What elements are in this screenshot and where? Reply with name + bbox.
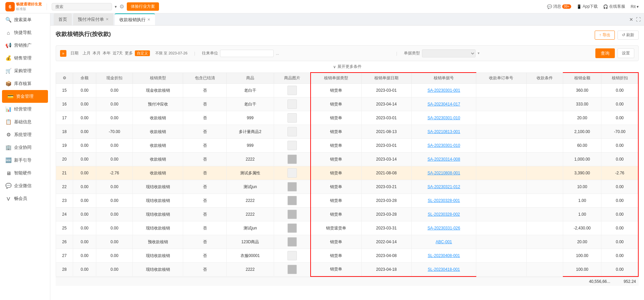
expand-more-bar[interactable]: ∨ 展开更多条件 [56, 64, 639, 70]
sidebar-item-search[interactable]: 🔍搜索菜单 [0, 13, 50, 26]
close-window-icon[interactable]: ✕ [629, 17, 633, 22]
sidebar-item-company[interactable]: 🏢企业协同 [0, 141, 50, 154]
receipt_order_no-cell [476, 125, 526, 139]
gear-cell: 22 [56, 180, 73, 194]
logo: 6 畅捷通谱好生意 标准版 [5, 2, 42, 11]
tab-home[interactable]: 首页 [54, 13, 72, 25]
balance-cell: 0.00 [73, 194, 96, 208]
bill-type-dropdown[interactable]: ▾ [478, 51, 480, 55]
sidebar-item-purchase[interactable]: 🛒采购管理 [0, 65, 50, 77]
top-search-input[interactable] [52, 3, 112, 10]
col-header-goods: 商品 [226, 73, 274, 84]
cash_discount-cell: 0.00 [96, 153, 133, 166]
cancel_bill_no-cell: SA-20230301-010 [412, 139, 476, 153]
sidebar-item-wechat[interactable]: 💬企业微信 [0, 179, 50, 192]
sidebar-item-guide[interactable]: 🆕新手引导 [0, 154, 50, 167]
sidebar-item-marketing[interactable]: 📢营销推广 [0, 39, 50, 52]
sidebar-item-operation[interactable]: 📊经营管理 [0, 103, 50, 116]
sidebar-item-system[interactable]: ⚙系统管理 [0, 128, 50, 141]
tab-prepay-label: 预付冲应付单 [78, 16, 104, 23]
cancel_type-cell: 现结收款核销 [133, 263, 183, 276]
tab-prepay[interactable]: 预付冲应付单 ✕ [73, 13, 113, 25]
cancel_bill_type-cell: 销货单 [311, 194, 361, 208]
table-row: 270.000.00现结收款核销否衣服00001销货单2023-04-08SL-… [56, 249, 639, 263]
cancel-bill-no-link[interactable]: SA-20230321-012 [427, 184, 460, 189]
filter-dots[interactable]: ... [276, 51, 279, 56]
goods-cell: 测试jun [226, 180, 274, 194]
date-option-7days[interactable]: 近7天 [113, 50, 123, 56]
cancel-bill-no-link[interactable]: SA-20230414-017 [427, 102, 460, 106]
col-header-gear[interactable]: ⚙ [56, 73, 73, 84]
cancel-bill-no-link[interactable]: SA-20230301-010 [427, 143, 460, 148]
goods-cell: 老白干 [226, 84, 274, 97]
filter-date-range: 不限 至 2023-07-26 [155, 51, 187, 56]
balance-cell: 0.00 [73, 139, 96, 153]
sales-icon: 💰 [5, 55, 11, 61]
goods_img-cell [274, 208, 311, 221]
user-item[interactable]: Rit ▾ [631, 4, 639, 9]
cancel-bill-no-link[interactable]: SA-20210813-001 [427, 129, 460, 134]
gear-cell: 26 [56, 235, 73, 249]
export-button[interactable]: ↑ 导出 [595, 31, 614, 40]
date-option-more[interactable]: 更多 [125, 50, 133, 56]
receipt_cond-cell [526, 208, 563, 221]
cancel-bill-no-link[interactable]: SA-20230301-001 [427, 88, 460, 93]
cancel-bill-no-link[interactable]: SA-20210808-001 [427, 171, 460, 175]
refresh-button[interactable]: ↺ 刷新 [618, 31, 639, 40]
date-option-last-month[interactable]: 上月 [83, 50, 91, 56]
search-icon: 🔍 [5, 17, 11, 23]
tab-receipt[interactable]: 收款核销执行 ✕ [115, 13, 155, 25]
tab-prepay-close[interactable]: ✕ [106, 17, 109, 22]
sidebar-item-basic[interactable]: 📋基础信息 [0, 116, 50, 128]
cancel_bill_no-cell: SL-20230328-002 [412, 208, 476, 221]
sidebar-item-hardware[interactable]: 🖥智能硬件 [0, 167, 50, 179]
date-option-this-month[interactable]: 本月 [93, 50, 101, 56]
cancel-bill-no-link[interactable]: SL-20230408-001 [428, 253, 460, 258]
table-row: 220.000.00现结收款核销否测试jun销货单2023-03-21SA-20… [56, 180, 639, 194]
goods_img-cell [274, 139, 311, 153]
app-download-item[interactable]: 📱 App下载 [577, 4, 598, 9]
cancel-bill-no-link[interactable]: SL-20230328-001 [428, 198, 460, 203]
cancel-bill-no-link[interactable]: SA-20230331-026 [427, 226, 460, 230]
date-custom-btn[interactable]: 自定义 [135, 50, 150, 56]
cancel-bill-no-link[interactable]: SA-20230314-008 [427, 157, 460, 162]
sidebar-item-inventory[interactable]: 📦库存核算 [0, 77, 50, 90]
cash_discount-cell: 0.00 [96, 194, 133, 208]
cash_discount-cell: -2.76 [96, 166, 133, 180]
cash_discount-cell: 0.00 [96, 84, 133, 97]
cancel_bill_date-cell: 2023-03-01 [361, 139, 412, 153]
include_settled-cell: 否 [183, 111, 227, 125]
sidebar-item-sales[interactable]: 💰销售管理 [0, 52, 50, 65]
include_settled-cell: 否 [183, 97, 227, 111]
balance-cell: 0.00 [73, 249, 96, 263]
balance-cell: 0.00 [73, 208, 96, 221]
table-row: 150.000.00现金收款核销否老白干销货单2023-03-01SA-2023… [56, 84, 639, 97]
cancel-bill-no-link[interactable]: SL-20230418-001 [428, 267, 460, 272]
sidebar-label-purchase: 采购管理 [14, 68, 32, 74]
query-button[interactable]: 查询 [595, 48, 615, 58]
dropdown-arrow[interactable]: ▾ [115, 4, 117, 9]
sidebar-item-fund[interactable]: 💳资金管理 [2, 90, 48, 103]
sidebar-item-vip[interactable]: V畅会员 [0, 192, 50, 205]
goods-cell: 2222 [226, 263, 274, 276]
filter-bill-type-select[interactable] [422, 49, 476, 57]
goods_img-cell [274, 221, 311, 235]
cancel_type-cell: 现结收款核销 [133, 208, 183, 221]
expand-icon[interactable]: ⛶ [636, 17, 641, 22]
industry-btn[interactable]: 体验行业方案 [127, 2, 159, 11]
cancel-bill-no-link[interactable]: SL-20230328-002 [428, 212, 460, 217]
sidebar-label-inventory: 库存核算 [14, 81, 32, 87]
cancel-bill-no-link[interactable]: ABC-001 [436, 240, 452, 244]
notification-item[interactable]: 💬 消息 99+ [547, 4, 571, 9]
settings-icon[interactable]: ⚙ [119, 3, 124, 10]
cancel-bill-no-link[interactable]: SA-20230301-010 [427, 116, 460, 120]
goods-cell: 123D商品 [226, 235, 274, 249]
filter-expand-btn[interactable]: » [60, 50, 66, 57]
tab-receipt-close[interactable]: ✕ [147, 17, 150, 22]
date-option-this-year[interactable]: 本年 [103, 50, 111, 56]
col-header-cancel_bill_date: 核销单据日期 [361, 73, 412, 84]
sidebar-item-quicknav[interactable]: ⌂快捷导航 [0, 26, 50, 39]
filter-unit-input[interactable] [220, 50, 274, 57]
filter-settings-btn[interactable]: 设置 [618, 48, 634, 58]
online-service-item[interactable]: 🎧 在线客服 [603, 4, 625, 9]
